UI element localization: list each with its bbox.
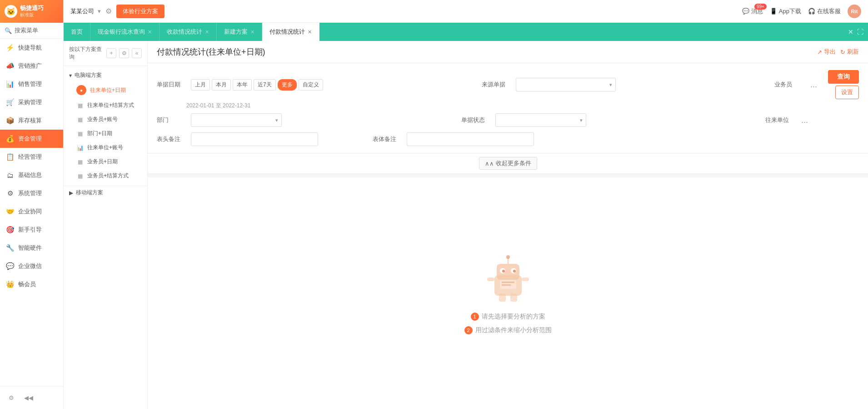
sidebar-item-newbie[interactable]: 🎯 新手引导 — [0, 221, 63, 239]
header-remark-input[interactable] — [191, 132, 318, 146]
vip-icon: 👑 — [5, 280, 15, 289]
date-custom-btn[interactable]: 自定义 — [299, 79, 323, 91]
sidebar-item-capital[interactable]: 💰 资金管理 — [0, 130, 63, 148]
svg-point-7 — [506, 255, 510, 259]
chevron-up-icon: ∧∧ — [485, 160, 494, 167]
date-this-year-btn[interactable]: 本年 — [233, 79, 252, 91]
left-panel-header: 按以下方案查询 + ⚙ « — [64, 41, 147, 66]
sidebar-item-purchase[interactable]: 🛒 采购管理 — [0, 93, 63, 111]
header-remark-label: 表头备注 — [157, 135, 182, 143]
plan-item-unit-account[interactable]: 📊 往来单位+账号 — [64, 141, 147, 155]
messages-btn[interactable]: 💬 消息 99+ — [742, 7, 763, 15]
date-range-display: 2022-01-01 至 2022-12-31 — [186, 102, 859, 110]
online-service-btn[interactable]: 🎧 在线客服 — [808, 7, 841, 15]
sidebar-item-coop[interactable]: 🤝 企业协同 — [0, 202, 63, 221]
plan-item-agent-settle[interactable]: ▦ 业务员+结算方式 — [64, 169, 147, 183]
sidebar-item-hardware[interactable]: 🔧 智能硬件 — [0, 239, 63, 257]
doc-status-label: 单据状态 — [461, 116, 486, 124]
tab-payment-stats[interactable]: 付款情况统计 ✕ — [262, 23, 319, 41]
pc-section-header[interactable]: ▾ 电脑端方案 — [64, 69, 147, 82]
date-last-month-btn[interactable]: 上月 — [191, 79, 210, 91]
date-7days-btn[interactable]: 近7天 — [254, 79, 276, 91]
sidebar-item-basic-info[interactable]: 🗂 基础信息 — [0, 166, 63, 184]
sidebar-item-system[interactable]: ⚙ 系统管理 — [0, 184, 63, 202]
sidebar-item-quick-nav[interactable]: ⚡ 快捷导航 — [0, 39, 63, 57]
sidebar-settings-btn[interactable]: ⚙ — [5, 391, 18, 404]
basic-info-icon: 🗂 — [5, 171, 15, 180]
add-plan-btn[interactable]: + — [106, 48, 116, 58]
sidebar-item-wechat[interactable]: 💬 企业微信 — [0, 257, 63, 275]
dept-select[interactable] — [191, 113, 282, 127]
hardware-icon: 🔧 — [5, 243, 15, 252]
agent-dots-btn[interactable]: ... — [808, 80, 819, 90]
tab-new-plan-close[interactable]: ✕ — [250, 29, 254, 35]
sales-icon: 📊 — [5, 80, 15, 89]
settings-btn[interactable]: 设置 — [835, 86, 859, 99]
company-dropdown-icon[interactable]: ▾ — [98, 8, 101, 15]
tab-receipt-stats[interactable]: 收款情况统计 ✕ — [160, 23, 217, 41]
source-doc-select-wrapper: ▾ — [516, 78, 616, 91]
sidebar-logo: 🐱 畅捷通巧 标准版 — [0, 0, 63, 23]
plan-item-agent-date[interactable]: ▦ 业务员+日期 — [64, 155, 147, 169]
search-menu-item[interactable]: 🔍 搜索菜单 — [0, 23, 63, 39]
body-remark-label: 表体备注 — [373, 135, 398, 143]
page-title: 付款情况统计(往来单位+日期) — [157, 46, 265, 57]
app-download-icon: 📱 — [770, 8, 777, 15]
filter-row-3: 表头备注 表体备注 — [157, 132, 859, 146]
empty-hint-2: 2 用过滤条件来缩小分析范围 — [464, 326, 552, 334]
department-label: 部门 — [157, 116, 182, 124]
counterpart-dots-btn[interactable]: ... — [799, 116, 810, 125]
header: 某某公司 ▾ ⚙ 体验行业方案 💬 消息 99+ 📱 App下载 🎧 在线客服 … — [64, 0, 868, 23]
plan-item-unit-date[interactable]: ● 往来单位+日期 — [64, 82, 147, 98]
plan-settings-btn[interactable]: ⚙ — [119, 48, 129, 58]
query-settings-btns: 查询 设置 — [828, 70, 859, 99]
plan-item-agent-account[interactable]: ▦ 业务员+账号 — [64, 112, 147, 126]
tab-home[interactable]: 首页 — [64, 23, 90, 41]
sidebar-item-marketing[interactable]: 📣 营销推广 — [0, 57, 63, 75]
doc-status-select[interactable] — [495, 113, 586, 127]
sidebar-nav: ⚡ 快捷导航 📣 营销推广 📊 销售管理 🛒 采购管理 📦 库存核算 💰 资金管… — [0, 39, 63, 386]
sidebar-item-sales[interactable]: 📊 销售管理 — [0, 75, 63, 93]
tabbar-close-all-btn[interactable]: ✕ — [848, 28, 853, 35]
date-this-month-btn[interactable]: 本月 — [212, 79, 231, 91]
date-more-btn[interactable]: 更多 — [278, 79, 297, 91]
plan-item-dept-date[interactable]: ▦ 部门+日期 — [64, 126, 147, 141]
logo-text: 畅捷通巧 标准版 — [20, 5, 44, 18]
empty-state: 1 请先选择要分析的方案 2 用过滤条件来缩小分析范围 — [148, 177, 868, 409]
body-remark-input[interactable] — [407, 132, 534, 146]
tab-bank-flow-close[interactable]: ✕ — [148, 29, 152, 35]
avatar[interactable]: Rit — [848, 5, 861, 18]
trial-btn[interactable]: 体验行业方案 — [116, 5, 165, 18]
plan-item-unit-settle[interactable]: ▦ 往来单位+结算方式 — [64, 98, 147, 112]
tabbar-fullscreen-btn[interactable]: ⛶ — [857, 28, 863, 35]
svg-rect-11 — [510, 293, 517, 302]
tab-payment-stats-close[interactable]: ✕ — [308, 29, 312, 35]
doc-status-select-wrapper: ▾ — [495, 113, 586, 127]
purchase-icon: 🛒 — [5, 98, 15, 107]
pc-plan-section: ▾ 电脑端方案 ● 往来单位+日期 ▦ 往来单位+结算方式 ▦ 业务员+账号 ▦… — [64, 66, 147, 186]
source-doc-select[interactable] — [516, 78, 616, 91]
refresh-btn[interactable]: ↻ 刷新 — [840, 48, 859, 56]
panel-collapse-btn[interactable]: « — [132, 48, 142, 58]
tab-receipt-stats-close[interactable]: ✕ — [205, 29, 209, 35]
mobile-section-header[interactable]: ▶ 移动端方案 — [64, 186, 147, 199]
newbie-icon: 🎯 — [5, 225, 15, 234]
export-btn[interactable]: ↗ 导出 — [817, 48, 836, 56]
query-btn[interactable]: 查询 — [828, 70, 859, 84]
filter-area: 单据日期 上月 本月 本年 近7天 更多 自定义 来源单据 ▾ — [148, 63, 868, 153]
sidebar-item-inventory[interactable]: 📦 库存核算 — [0, 111, 63, 130]
system-icon: ⚙ — [5, 189, 15, 198]
header-settings-icon[interactable]: ⚙ — [105, 7, 112, 15]
sidebar-collapse-btn[interactable]: ◀◀ — [22, 391, 35, 404]
collapse-bar: ∧∧ 收起更多条件 — [148, 153, 868, 174]
export-icon: ↗ — [817, 49, 822, 56]
page-header-actions: ↗ 导出 ↻ 刷新 — [817, 48, 859, 56]
tab-bank-flow[interactable]: 现金银行流水查询 ✕ — [90, 23, 160, 41]
sidebar-item-vip[interactable]: 👑 畅会员 — [0, 275, 63, 293]
sidebar-item-operation[interactable]: 📋 经营管理 — [0, 148, 63, 166]
tab-new-plan[interactable]: 新建方案 ✕ — [217, 23, 262, 41]
collapse-btn[interactable]: ∧∧ 收起更多条件 — [479, 157, 537, 170]
capital-icon: 💰 — [5, 134, 15, 143]
sidebar: 🐱 畅捷通巧 标准版 🔍 搜索菜单 ⚡ 快捷导航 📣 营销推广 📊 销售管理 🛒… — [0, 0, 64, 409]
app-download-btn[interactable]: 📱 App下载 — [770, 7, 801, 15]
